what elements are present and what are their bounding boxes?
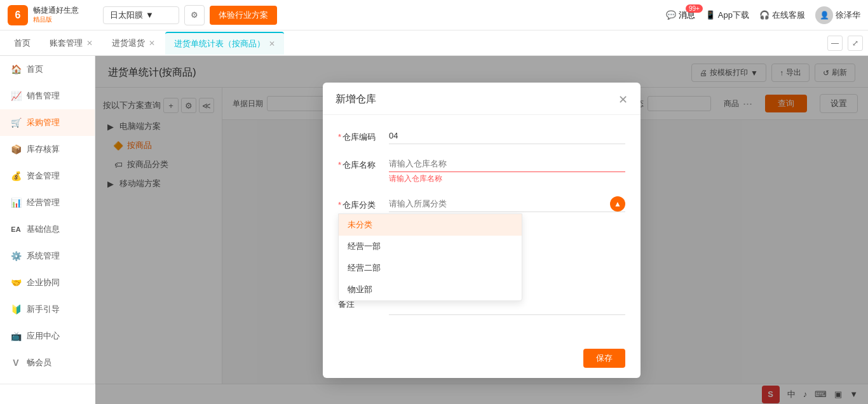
- content-area: 进货单统计(按商品) 🖨 按模板打印 ▼ ↑ 导出 ↺ 刷新 按以下方案查询: [95, 56, 868, 404]
- logo-sub: 精品版: [33, 15, 79, 24]
- purchase-icon: 🛒: [10, 117, 22, 128]
- inventory-icon: 📦: [10, 144, 22, 155]
- user-area[interactable]: 👤 徐泽华: [815, 6, 860, 24]
- sidebar-item-guide[interactable]: 🔰 新手引导: [0, 296, 95, 323]
- code-field-row: * 仓库编码: [338, 128, 625, 144]
- modal-close-button[interactable]: ✕: [618, 93, 628, 107]
- tab-minimize-button[interactable]: —: [827, 36, 843, 51]
- code-control: [389, 128, 625, 144]
- system-icon: ⚙️: [10, 250, 22, 262]
- add-warehouse-modal: 新增仓库 ✕ * 仓库编码: [323, 83, 641, 378]
- category-label: * 仓库分类: [338, 196, 389, 211]
- trial-button[interactable]: 体验行业方案: [210, 6, 277, 25]
- tab-purchase-return[interactable]: 进货退货 ✕: [103, 32, 164, 55]
- tab-accounts[interactable]: 账套管理 ✕: [41, 32, 102, 55]
- name-label: * 仓库名称: [338, 156, 389, 171]
- operations-icon: 📊: [10, 197, 22, 208]
- online-service-button[interactable]: 🎧 在线客服: [759, 10, 805, 21]
- code-input[interactable]: [389, 128, 625, 144]
- category-input[interactable]: [389, 196, 625, 212]
- membership-icon: V: [10, 357, 22, 368]
- sidebar-item-sales[interactable]: 📈 销售管理: [0, 83, 95, 109]
- name-control: 请输入仓库名称: [389, 156, 625, 184]
- sidebar: 🏠 首页 📈 销售管理 🛒 采购管理 📦 库存核算 💰 资金管理 📊 经营管理 …: [0, 56, 95, 404]
- sidebar-item-enterprise[interactable]: 🤝 企业协同: [0, 269, 95, 296]
- home-icon: 🏠: [10, 64, 22, 75]
- settings-button[interactable]: ⚙: [184, 5, 205, 25]
- name-error-msg: 请输入仓库名称: [389, 173, 625, 184]
- guide-icon: 🔰: [10, 304, 22, 315]
- basic-info-icon: EA: [10, 224, 22, 235]
- dropdown-option-dept2[interactable]: 经营二部: [339, 257, 522, 279]
- sales-icon: 📈: [10, 90, 22, 102]
- app-center-icon: 📺: [10, 330, 22, 342]
- save-button[interactable]: 保存: [583, 349, 625, 368]
- main-layout: 🏠 首页 📈 销售管理 🛒 采购管理 📦 库存核算 💰 资金管理 📊 经营管理 …: [0, 56, 868, 404]
- chevron-down-icon: ▼: [146, 10, 154, 20]
- enterprise-icon: 🤝: [10, 277, 22, 288]
- header-center: 日太阳膜 ▼ ⚙ 体验行业方案: [103, 5, 666, 25]
- name-field-row: * 仓库名称 请输入仓库名称: [338, 156, 625, 184]
- sidebar-item-membership[interactable]: V 畅会员: [0, 349, 95, 376]
- store-name: 日太阳膜: [110, 10, 143, 21]
- notification-badge: 99+: [686, 4, 703, 13]
- tab-bar: 首页 账套管理 ✕ 进货退货 ✕ 进货单统计表（按商品） ✕ — ⤢: [0, 30, 868, 56]
- sidebar-item-home[interactable]: 🏠 首页: [0, 56, 95, 83]
- app-download-button[interactable]: 📱 App下载: [705, 10, 749, 21]
- finance-icon: 💰: [10, 170, 22, 182]
- sidebar-item-app-center[interactable]: 📺 应用中心: [0, 323, 95, 349]
- modal-title: 新增仓库: [336, 93, 376, 106]
- tab-home[interactable]: 首页: [5, 32, 39, 55]
- dropdown-toggle-button[interactable]: ▲: [610, 196, 625, 212]
- sidebar-item-purchase[interactable]: 🛒 采购管理: [0, 109, 95, 136]
- dropdown-option-dept3[interactable]: 物业部: [339, 279, 522, 300]
- modal-body: * 仓库编码 * 仓库名称: [323, 115, 641, 341]
- tab-close-accounts[interactable]: ✕: [86, 39, 93, 48]
- name-input[interactable]: [389, 156, 625, 172]
- code-label: * 仓库编码: [338, 128, 389, 143]
- category-dropdown: ▲ 未分类 经营一部 经营二部 物业部: [389, 196, 625, 212]
- modal-header: 新增仓库 ✕: [323, 83, 641, 115]
- dropdown-option-dept1[interactable]: 经营一部: [339, 236, 522, 257]
- notification-button[interactable]: 💬 消息 99+: [666, 10, 695, 21]
- sidebar-item-basic-info[interactable]: EA 基础信息: [0, 216, 95, 243]
- header-right: 💬 消息 99+ 📱 App下载 🎧 在线客服 👤 徐泽华: [666, 6, 860, 24]
- modal-footer: 保存: [323, 341, 641, 378]
- modal-overlay[interactable]: 新增仓库 ✕ * 仓库编码: [95, 56, 868, 404]
- tab-purchase-stats[interactable]: 进货单统计表（按商品） ✕: [165, 32, 284, 55]
- sidebar-item-operations[interactable]: 📊 经营管理: [0, 189, 95, 216]
- sidebar-item-inventory[interactable]: 📦 库存核算: [0, 136, 95, 163]
- sidebar-item-finance[interactable]: 💰 资金管理: [0, 163, 95, 189]
- logo-name: 畅捷通好生意: [33, 6, 79, 16]
- category-dropdown-list: 未分类 经营一部 经营二部 物业部: [338, 213, 522, 301]
- tab-close-stats[interactable]: ✕: [269, 39, 275, 48]
- category-field-row: * 仓库分类 ▲ 未分类 经营一部 经营二部: [338, 196, 625, 212]
- category-control: ▲ 未分类 经营一部 经营二部 物业部: [389, 196, 625, 212]
- tab-close-purchase-return[interactable]: ✕: [149, 39, 155, 48]
- top-header: 6 畅捷通好生意 精品版 日太阳膜 ▼ ⚙ 体验行业方案 💬 消息 99+ 📱 …: [0, 0, 868, 30]
- dropdown-option-unclassified[interactable]: 未分类: [339, 214, 522, 236]
- username: 徐泽华: [836, 10, 860, 21]
- logo-area: 6 畅捷通好生意 精品版: [8, 5, 103, 25]
- logo-icon: 6: [8, 5, 28, 25]
- avatar: 👤: [815, 6, 833, 24]
- sidebar-item-system[interactable]: ⚙️ 系统管理: [0, 243, 95, 269]
- tab-controls: — ⤢: [827, 36, 863, 51]
- store-selector[interactable]: 日太阳膜 ▼: [103, 6, 179, 24]
- tab-expand-button[interactable]: ⤢: [848, 36, 863, 51]
